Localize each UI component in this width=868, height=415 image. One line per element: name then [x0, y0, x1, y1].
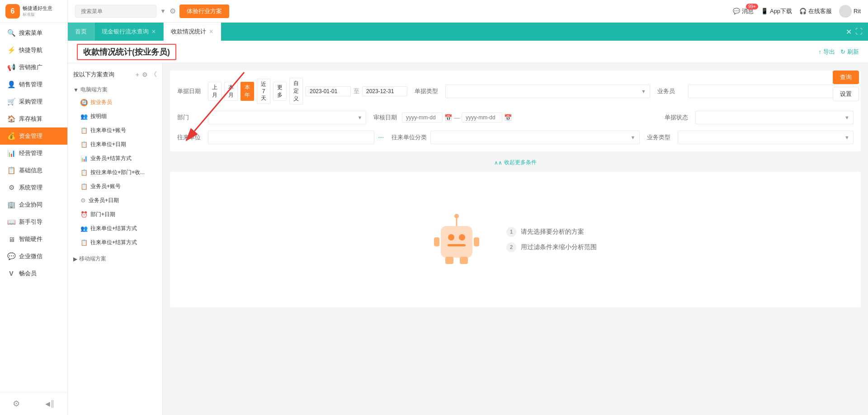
scheme-item-partner-dept-collection[interactable]: 📋 按往来单位+部门+收... — [68, 165, 162, 179]
scheme-item-icon-detail: 👥 — [80, 113, 88, 120]
partner-input[interactable] — [208, 131, 374, 144]
topbar-gear-icon[interactable]: ⚙ — [170, 7, 176, 15]
sidebar-item-purchase[interactable]: 🛒 采购管理 — [0, 93, 67, 110]
guide-icon: 📖 — [7, 218, 15, 226]
collapse-sidebar-icon[interactable]: ◀║ — [43, 398, 57, 409]
settings-bottom-icon[interactable]: ⚙ — [11, 397, 22, 410]
close-window-icon[interactable]: ✕ — [846, 28, 852, 36]
message-icon: 💬 — [733, 8, 740, 14]
review-date-to-input[interactable] — [462, 113, 502, 123]
business-type-arrow-icon: ▼ — [844, 135, 849, 140]
message-badge: 99+ — [746, 4, 758, 9]
salesperson-select[interactable]: ··· — [688, 85, 854, 98]
app-download-btn[interactable]: 📱 App下载 — [761, 7, 792, 15]
user-area[interactable]: Rit — [839, 5, 861, 18]
page-header: 收款情况统计(按业务员) ↑ 导出 ↻ 刷新 — [68, 41, 868, 63]
maximize-icon[interactable]: ⛶ — [855, 28, 863, 36]
add-scheme-btn[interactable]: + — [136, 71, 139, 78]
sidebar-item-guide[interactable]: 📖 新手引导 — [0, 213, 67, 231]
scheme-header-actions: + ⚙ 《 — [136, 71, 157, 79]
sidebar-item-quick-nav[interactable]: ⚡ 快捷导航 — [0, 42, 67, 59]
sidebar-item-operations[interactable]: 📊 经营管理 — [0, 145, 67, 162]
scheme-item-icon-dept-date: ⏰ — [80, 211, 88, 218]
scheme-item-partner-settlement2[interactable]: 📋 往来单位+结算方式 — [68, 236, 162, 250]
date-from-input[interactable] — [306, 86, 351, 96]
headset-icon: 🎧 — [799, 8, 807, 14]
date-btn-this-year[interactable]: 本年 — [241, 82, 254, 101]
date-btn-7days[interactable]: 近7天 — [257, 79, 270, 104]
sidebar-item-basic-info[interactable]: 📋 基础信息 — [0, 162, 67, 179]
tab-bank-flow[interactable]: 现金银行流水查询 ✕ — [94, 23, 164, 41]
sidebar-item-member[interactable]: V 畅会员 — [0, 265, 67, 282]
step-num-1: 1 — [506, 227, 516, 237]
sidebar-item-sales[interactable]: 👤 销售管理 — [0, 76, 67, 93]
messages-btn[interactable]: 💬 消息 99+ — [733, 7, 754, 15]
scheme-item-partner-date[interactable]: 📋 往来单位+日期 — [68, 137, 162, 151]
refresh-button[interactable]: ↻ 刷新 — [840, 48, 859, 56]
date-btn-custom[interactable]: 自定义 — [289, 78, 303, 104]
wechat-icon: 💬 — [7, 252, 15, 260]
tab-collection-stats[interactable]: 收款情况统计 ✕ — [164, 23, 221, 41]
scheme-settings-btn[interactable]: ⚙ — [142, 71, 148, 78]
svg-point-1 — [448, 234, 454, 241]
scheme-item-icon-partner-account: 📋 — [80, 127, 88, 134]
topbar: ▼ ⚙ 体验行业方案 💬 消息 99+ 📱 App下载 🎧 在线客服 Rit — [68, 0, 868, 23]
sidebar-item-finance[interactable]: 💰 资金管理 — [0, 127, 67, 145]
scheme-item-by-detail[interactable]: 👥 按明细 — [68, 109, 162, 123]
search-icon: 🔍 — [7, 29, 15, 37]
scheme-item-by-salesperson[interactable]: 🔄 按业务员 — [68, 95, 162, 109]
sidebar-menu: 🔍 搜索菜单 ⚡ 快捷导航 📢 营销推广 👤 销售管理 🛒 采购管理 🏠 库存核… — [0, 23, 67, 392]
online-service-btn[interactable]: 🎧 在线客服 — [799, 7, 832, 15]
svg-rect-0 — [441, 226, 472, 258]
trial-button[interactable]: 体验行业方案 — [179, 5, 229, 18]
sidebar-item-wechat[interactable]: 💬 企业微信 — [0, 248, 67, 265]
filter-grid: 单据日期 上月 本月 本年 近7天 更多 自定义 至 — [170, 71, 861, 151]
sidebar-item-system[interactable]: ⚙ 系统管理 — [0, 179, 67, 196]
sidebar-item-hardware[interactable]: 🖥 智能硬件 — [0, 231, 67, 248]
calendar-to-icon[interactable]: 📅 — [504, 114, 512, 121]
scheme-item-salesperson-account[interactable]: 📋 业务员+账号 — [68, 179, 162, 193]
voucher-status-select[interactable]: ▼ — [695, 111, 854, 124]
dropdown-arrow-icon[interactable]: ▼ — [160, 8, 166, 14]
partner-category-select[interactable]: ▼ — [430, 131, 640, 144]
scheme-item-icon-sp-account: 📋 — [80, 183, 88, 190]
filter-settings-button[interactable]: 设置 — [833, 87, 859, 101]
scheme-section-mobile-title[interactable]: ▶ 移动端方案 — [68, 253, 162, 264]
date-to-input[interactable] — [362, 86, 407, 96]
sidebar-bottom: ⚙ ◀║ — [0, 392, 67, 415]
collapse-filter-btn[interactable]: ∧∧ 收起更多条件 — [170, 155, 861, 170]
sidebar-item-marketing[interactable]: 📢 营销推广 — [0, 59, 67, 76]
tab-close-collection-stats[interactable]: ✕ — [209, 28, 213, 35]
enterprise-icon: 🏢 — [7, 201, 15, 209]
filter-item-partner: 往来单位 ··· — [177, 131, 384, 144]
query-button[interactable]: 查询 — [833, 71, 859, 84]
calendar-from-icon[interactable]: 📅 — [444, 114, 452, 121]
date-btn-more[interactable]: 更多 — [273, 82, 287, 101]
partner-dots-icon[interactable]: ··· — [378, 133, 384, 141]
empty-illustration — [434, 212, 479, 267]
scheme-item-partner-account[interactable]: 📋 往来单位+账号 — [68, 123, 162, 137]
voucher-type-select[interactable]: ▼ — [445, 85, 650, 98]
date-btn-this-month[interactable]: 本月 — [224, 82, 238, 101]
dept-select[interactable]: ▼ — [208, 111, 366, 124]
voucher-type-label: 单据类型 — [415, 87, 442, 95]
date-range-sep: 至 — [354, 87, 359, 95]
scheme-item-icon-pdc: 📋 — [80, 169, 88, 176]
scheme-item-salesperson-date[interactable]: ⚙ 业务员+日期 — [68, 193, 162, 208]
search-menu-input[interactable] — [75, 5, 156, 18]
scheme-item-dept-date[interactable]: ⏰ 部门+日期 — [68, 208, 162, 222]
review-date-from-input[interactable] — [402, 113, 443, 123]
logo-text: 畅捷通好生意 标准版 — [23, 5, 52, 18]
sidebar-item-inventory[interactable]: 🏠 库存核算 — [0, 110, 67, 127]
business-type-select[interactable]: ▼ — [678, 131, 854, 144]
sidebar-item-search[interactable]: 🔍 搜索菜单 — [0, 24, 67, 42]
export-button[interactable]: ↑ 导出 — [819, 48, 835, 56]
scheme-section-desktop-title[interactable]: ▼ 电脑端方案 — [68, 84, 162, 95]
scheme-item-salesperson-settlement[interactable]: 📊 业务员+结算方式 — [68, 151, 162, 165]
scheme-collapse-btn[interactable]: 《 — [151, 71, 157, 79]
tab-home[interactable]: 首页 — [68, 23, 94, 41]
tab-close-bank-flow[interactable]: ✕ — [151, 28, 156, 35]
sidebar-item-enterprise[interactable]: 🏢 企业协同 — [0, 196, 67, 213]
date-btn-last-month[interactable]: 上月 — [208, 82, 222, 101]
scheme-item-partner-settlement1[interactable]: 👥 往来单位+结算方式 — [68, 222, 162, 236]
